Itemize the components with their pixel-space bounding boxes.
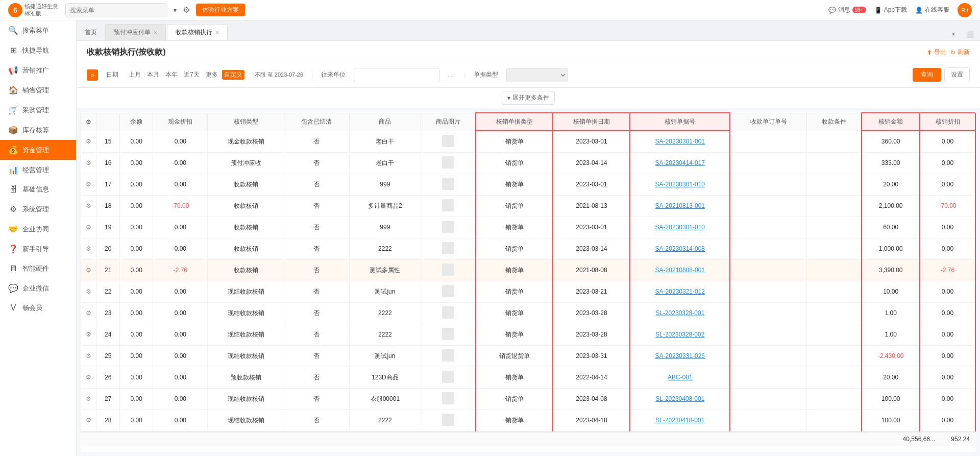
bill-no-link[interactable]: SA-20230314-008 [655,245,705,252]
filter-toggle-btn[interactable]: » [87,69,98,81]
cell-settings[interactable]: ⚙ [81,324,96,345]
cell-settings[interactable]: ⚙ [81,195,96,217]
bill-no-link[interactable]: SL-20230328-002 [655,331,704,338]
bill-no-link[interactable]: SA-20230301-010 [655,181,705,188]
row-settings-icon[interactable]: ⚙ [86,138,91,145]
cell-cancel-bill-no: SA-20210808-001 [630,259,730,281]
cell-settings[interactable]: ⚙ [81,152,96,174]
date-last-month[interactable]: 上月 [127,69,143,80]
cell-receipt-condition [806,174,862,195]
message-btn[interactable]: 💬 消息 99+ [828,6,866,14]
search-btn[interactable]: 查询 [913,68,941,82]
sidebar-item-purchase[interactable]: 🛒 采购管理 [0,100,76,120]
date-this-year[interactable]: 本年 [163,69,180,80]
sidebar-item-marketing[interactable]: 📢 营销推广 [0,60,76,80]
sidebar-item-hardware[interactable]: 🖥 智能硬件 [0,259,76,278]
sidebar-item-member[interactable]: V 畅会员 [0,298,76,318]
row-settings-icon[interactable]: ⚙ [86,331,91,338]
row-settings-icon[interactable]: ⚙ [86,309,91,317]
online-service-btn[interactable]: 👤 在线客服 [915,6,949,14]
row-settings-icon[interactable]: ⚙ [86,159,91,166]
cell-balance: 0.00 [120,195,153,217]
sidebar-item-basic[interactable]: 🗄 基础信息 [0,180,76,199]
date-this-month[interactable]: 本月 [145,69,161,80]
table-row: ⚙ 26 0.00 0.00 预收款核销 否 123D商品 销货单 2022-0… [81,367,976,388]
counterparty-dots[interactable]: ... [448,71,456,79]
bill-no-link[interactable]: SL-20230408-001 [655,395,704,402]
user-avatar[interactable]: Rit [958,3,972,17]
cell-settings[interactable]: ⚙ [81,367,96,388]
row-settings-icon[interactable]: ⚙ [86,245,91,252]
sidebar-item-inventory[interactable]: 📦 库存核算 [0,120,76,140]
cell-settings[interactable]: ⚙ [81,174,96,195]
bill-type-select[interactable] [506,68,568,82]
cell-settings[interactable]: ⚙ [81,238,96,259]
cell-receipt-order-no [730,324,806,345]
cell-settings[interactable]: ⚙ [81,259,96,281]
cell-settings[interactable]: ⚙ [81,345,96,367]
dropdown-arrow[interactable]: ▾ [174,7,177,14]
tab-receipt-cancel-close[interactable]: × [215,29,219,36]
sidebar-item-finance[interactable]: 💰 资金管理 [0,140,76,160]
row-settings-icon[interactable]: ⚙ [86,417,91,424]
sidebar-item-quick-nav[interactable]: ⊞ 快捷导航 [0,40,76,60]
cell-settings[interactable]: ⚙ [81,281,96,302]
date-7days[interactable]: 近7天 [182,69,202,80]
cell-settings[interactable]: ⚙ [81,131,96,152]
row-settings-icon[interactable]: ⚙ [86,267,91,274]
tab-receipt-cancel[interactable]: 收款核销执行 × [167,24,228,40]
sidebar-item-guide[interactable]: ❓ 新手引导 [0,239,76,259]
bill-no-link[interactable]: SA-20230414-017 [655,159,705,166]
cell-settings[interactable]: ⚙ [81,388,96,410]
app-download-btn[interactable]: 📱 App下载 [874,6,907,14]
row-settings-icon[interactable]: ⚙ [86,181,91,188]
gear-icon[interactable]: ⚙ [183,5,190,15]
bill-no-link[interactable]: SA-20230321-012 [655,288,705,295]
top-search-box[interactable] [65,3,167,17]
bill-no-link[interactable]: SL-20230328-001 [655,309,704,317]
bill-no-link[interactable]: SA-20210808-001 [655,267,705,274]
sidebar-item-system[interactable]: ⚙ 系统管理 [0,199,76,219]
row-settings-icon[interactable]: ⚙ [86,352,91,359]
date-more[interactable]: 更多 [204,69,220,80]
counterparty-input[interactable] [354,68,439,82]
cell-cancel-bill-date: 2023-03-01 [553,131,630,152]
industry-btn[interactable]: 休验行业方案 [196,4,245,16]
sidebar-item-enterprise[interactable]: 🤝 企业协同 [0,219,76,239]
export-btn[interactable]: ⬆ 导出 [927,48,946,57]
sidebar-item-search[interactable]: 🔍 搜索菜单 [0,20,76,40]
bill-no-link[interactable]: SA-20230301-010 [655,224,705,231]
search-input[interactable] [70,7,163,14]
cell-cancel-type: 现结收款核销 [208,410,284,431]
cell-cancel-type: 收款核销 [208,195,284,217]
row-settings-icon[interactable]: ⚙ [86,224,91,231]
expand-window-btn[interactable]: ⬜ [964,28,976,40]
setting-btn[interactable]: 设置 [944,67,970,82]
bill-no-link[interactable]: SA-20210813-001 [655,202,705,209]
th-cancel-bill-type: 核销单据类型 [476,113,553,131]
cell-cancel-bill-type: 销货单 [476,174,553,195]
bill-no-link[interactable]: ABC-001 [668,374,693,381]
cell-settings[interactable]: ⚙ [81,410,96,431]
th-receipt-order-no: 收款单订单号 [730,113,806,131]
cell-settings[interactable]: ⚙ [81,217,96,238]
tab-prepay[interactable]: 预付冲应付单 × [105,24,166,40]
bill-no-link[interactable]: SA-20230301-001 [655,138,705,145]
sidebar-item-operations[interactable]: 📊 经营管理 [0,160,76,180]
bill-no-link[interactable]: SL-20230418-001 [655,417,704,424]
cell-receipt-condition [806,217,862,238]
tab-home[interactable]: 首页 [77,24,105,40]
sidebar-item-wechat[interactable]: 💬 企业微信 [0,278,76,298]
expand-more-btn[interactable]: ▾ 展开更多条件 [502,91,555,105]
date-custom[interactable]: 自定义 [222,70,244,80]
refresh-btn[interactable]: ↻ 刷新 [950,48,970,57]
row-settings-icon[interactable]: ⚙ [86,374,91,381]
cell-settings[interactable]: ⚙ [81,302,96,324]
close-window-btn[interactable]: × [947,28,960,40]
sidebar-item-sales[interactable]: 🏠 销售管理 [0,80,76,100]
row-settings-icon[interactable]: ⚙ [86,395,91,402]
row-settings-icon[interactable]: ⚙ [86,202,91,209]
bill-no-link[interactable]: SA-20230331-026 [655,352,705,359]
row-settings-icon[interactable]: ⚙ [86,288,91,295]
tab-prepay-close[interactable]: × [154,29,157,36]
